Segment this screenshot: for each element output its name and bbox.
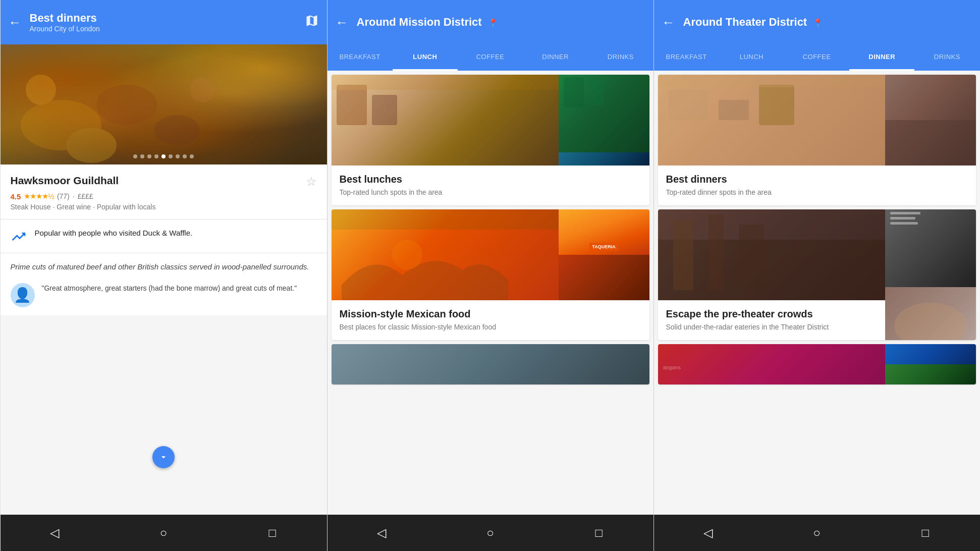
nav-back-1[interactable]: ◁: [39, 523, 70, 543]
food-image: [1, 44, 327, 164]
screen-2: ← Around Mission District 📍 BREAKFAST LU…: [327, 0, 654, 551]
dinner-img-side-top: [885, 75, 976, 120]
tab-bar-2: BREAKFAST LUNCH COFFEE DINNER DRINKS: [328, 44, 654, 71]
best-lunches-card[interactable]: Best lunches Top-rated lunch spots in th…: [332, 75, 649, 205]
star-rating: ★★★★½: [24, 192, 54, 201]
svg-rect-10: [589, 80, 604, 105]
nav-home-3[interactable]: ○: [801, 523, 832, 543]
best-dinners-title: Best dinners: [666, 174, 968, 185]
tab-breakfast-2[interactable]: BREAKFAST: [328, 44, 393, 71]
tab-coffee-2[interactable]: COFFEE: [458, 44, 523, 71]
mexican-img-side: TAQUERIA: [559, 209, 649, 300]
dinner-img-side-bottom: [885, 120, 976, 166]
tab-lunch-3[interactable]: LUNCH: [719, 44, 784, 71]
screen2-content[interactable]: Best lunches Top-rated lunch spots in th…: [328, 71, 654, 515]
insight-text: Popular with people who visited Duck & W…: [35, 228, 193, 238]
nav-home-1[interactable]: ○: [148, 523, 179, 543]
rating-row: 4.5 ★★★★½ (77) · ££££: [11, 192, 317, 201]
mexican-food-subtitle: Best places for classic Mission-style Me…: [340, 323, 641, 331]
tab-breakfast-3[interactable]: BREAKFAST: [654, 44, 719, 71]
image-dots: [1, 154, 327, 158]
tab-dinner-2[interactable]: DINNER: [523, 44, 588, 71]
header-2: ← Around Mission District 📍: [328, 0, 654, 44]
svg-rect-14: [719, 100, 749, 120]
mexican-food-title: Mission-style Mexican food: [340, 308, 641, 320]
svg-rect-19: [709, 214, 724, 290]
svg-point-24: [894, 303, 967, 340]
rating-number: 4.5: [11, 192, 21, 201]
mexican-img-side-bottom: [559, 255, 649, 300]
nav-recents-1[interactable]: □: [257, 523, 288, 543]
dinner-img-main: [658, 75, 885, 166]
page-title-3: Around Theater District 📍: [683, 16, 972, 29]
tab-drinks-3[interactable]: DRINKS: [914, 44, 979, 71]
page-title-1: Best dinners: [30, 12, 305, 25]
screen3-content[interactable]: Best dinners Top-rated dinner spots in t…: [654, 71, 980, 515]
expand-button[interactable]: [152, 446, 175, 468]
tab-drinks-2[interactable]: DRINKS: [588, 44, 653, 71]
restaurant-tags: Steak House · Great wine · Popular with …: [11, 203, 317, 211]
tab-dinner-3[interactable]: DINNER: [849, 44, 914, 71]
nav-back-3[interactable]: ◁: [693, 523, 723, 543]
price-symbols: ££££: [78, 192, 93, 200]
dot-3: [147, 154, 151, 158]
restaurant-header: Hawksmoor Guildhall ☆: [11, 175, 317, 189]
reviewer-avatar: 👤: [11, 283, 35, 307]
restaurant-description: Prime cuts of matured beef and other Bri…: [11, 261, 317, 273]
back-button-2[interactable]: ←: [336, 16, 349, 29]
nav-back-2[interactable]: ◁: [366, 523, 397, 543]
svg-rect-16: [658, 75, 885, 87]
best-dinners-subtitle: Top-rated dinner spots in the area: [666, 188, 968, 196]
price-level: ·: [73, 192, 75, 200]
dot-8: [183, 154, 187, 158]
partial-img-2: [332, 344, 649, 384]
svg-rect-15: [759, 85, 794, 125]
partial-card-2[interactable]: [332, 344, 649, 384]
svg-point-12: [392, 240, 422, 270]
dot-6: [169, 154, 173, 158]
best-lunches-images: [332, 75, 649, 166]
nav-recents-2[interactable]: □: [584, 523, 614, 543]
svg-rect-21: [890, 212, 920, 214]
bottom-nav-2: ◁ ○ □: [328, 515, 654, 551]
escape-img-main: [658, 209, 885, 300]
review-text: "Great atmosphere, great starters (had t…: [42, 283, 297, 294]
divider-2: [1, 253, 327, 253]
nav-home-2[interactable]: ○: [475, 523, 505, 543]
restaurant-card: Hawksmoor Guildhall ☆ 4.5 ★★★★½ (77) · £…: [1, 164, 327, 315]
mexican-img-main: [332, 209, 559, 300]
svg-text:angans: angans: [663, 365, 681, 370]
best-lunches-subtitle: Top-rated lunch spots in the area: [340, 188, 641, 196]
tab-coffee-3[interactable]: COFFEE: [784, 44, 849, 71]
screen1-scroll[interactable]: Hawksmoor Guildhall ☆ 4.5 ★★★★½ (77) · £…: [1, 44, 327, 515]
map-icon[interactable]: [305, 14, 319, 31]
dot-2: [140, 154, 144, 158]
svg-point-5: [190, 77, 215, 102]
hero-image: [1, 44, 327, 164]
bookmark-button[interactable]: ☆: [306, 175, 317, 189]
best-dinners-card[interactable]: Best dinners Top-rated dinner spots in t…: [658, 75, 976, 205]
svg-rect-20: [739, 225, 764, 290]
lunch-img-side: [559, 75, 649, 166]
location-pin-3: 📍: [813, 19, 823, 27]
bottom-nav-3: ◁ ○ □: [654, 515, 980, 551]
escape-img-side: [885, 209, 976, 300]
escape-img-side-bottom: [885, 287, 976, 340]
mexican-food-body: Mission-style Mexican food Best places f…: [332, 300, 649, 340]
svg-point-4: [26, 75, 56, 105]
svg-rect-11: [332, 209, 559, 230]
svg-rect-13: [668, 90, 709, 120]
avatar-icon: 👤: [14, 287, 31, 303]
dot-9: [190, 154, 194, 158]
mexican-food-card[interactable]: TAQUERIA Mission-style Mexican food Best…: [332, 209, 649, 340]
tab-lunch-2[interactable]: LUNCH: [393, 44, 458, 71]
restaurant-name: Hawksmoor Guildhall: [11, 175, 119, 187]
title-block-3: Around Theater District 📍: [683, 16, 972, 29]
nav-recents-3[interactable]: □: [910, 523, 941, 543]
partial-img-3: angans: [658, 344, 976, 384]
back-button[interactable]: ←: [9, 16, 22, 29]
header-3: ← Around Theater District 📍: [654, 0, 980, 44]
partial-card-3[interactable]: angans: [658, 344, 976, 384]
back-button-3[interactable]: ←: [662, 16, 675, 29]
escape-crowds-card[interactable]: Escape the pre-theater crowds Solid unde…: [658, 209, 976, 340]
